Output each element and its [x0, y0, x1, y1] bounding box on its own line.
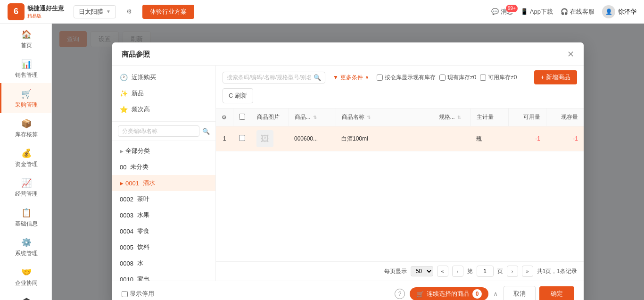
main-layout: 🏠 首页 📊 销售管理 🛒 采购管理 📦 库存核算 💰 资金管理 📈 经营管理 … [0, 24, 644, 300]
category-item-unclassified[interactable]: 00 未分类 [112, 159, 215, 175]
category-item-all[interactable]: ▶ 全部分类 [112, 143, 215, 159]
quick-item-new[interactable]: ✨ 新品 [112, 85, 215, 101]
left-panel: 🕐 近期购买 ✨ 新品 ⭐ 频次高 [112, 66, 216, 281]
next-page-button[interactable]: › [507, 266, 518, 277]
refresh-button[interactable]: C 刷新 [223, 88, 253, 103]
product-search-input[interactable] [227, 74, 312, 81]
category-search-icon[interactable]: 🔍 [202, 128, 210, 135]
sidebar: 🏠 首页 📊 销售管理 🛒 采购管理 📦 库存核算 💰 资金管理 📈 经营管理 … [0, 24, 52, 300]
th-code: 商品... ⇅ [289, 108, 336, 126]
cart-area[interactable]: 🛒 连续选择的商品 0 [410, 287, 488, 300]
cart-icon: 🛒 [416, 291, 424, 298]
header-right: 💬 消息 99+ 📱 App下载 🎧 在线客服 👤 徐泽华 [491, 5, 636, 18]
sort-icon-code: ⇅ [313, 115, 317, 120]
filter-icon: ▼ [333, 74, 339, 81]
footer-right: 取消 确定 [504, 286, 574, 300]
modal-close-button[interactable]: ✕ [567, 49, 574, 59]
first-page-button[interactable]: « [437, 266, 448, 277]
quick-item-recent[interactable]: 🕐 近期购买 [112, 69, 215, 85]
inventory-icon: 📦 [21, 118, 32, 129]
category-item-fruit[interactable]: 0003 水果 [112, 207, 215, 223]
app-download-item[interactable]: 📱 App下载 [520, 8, 553, 16]
table-header-row: ⚙ 商品图片 商品... ⇅ [216, 108, 584, 126]
cancel-button[interactable]: 取消 [504, 286, 536, 300]
page-number-input[interactable] [477, 266, 494, 277]
add-product-button[interactable]: + 新增商品 [534, 70, 577, 84]
page-size-label: 每页显示 [384, 267, 407, 275]
message-icon: 💬 [491, 8, 499, 15]
select-all-checkbox[interactable] [239, 114, 245, 120]
available-stock-checkbox[interactable]: 可用库存≠0 [480, 74, 517, 82]
logo-text: 畅捷通好生意 精易版 [27, 4, 64, 19]
category-item-tea[interactable]: 0002 茶叶 [112, 191, 215, 207]
home-icon: 🏠 [21, 29, 32, 40]
messages-item[interactable]: 💬 消息 99+ [491, 8, 513, 16]
filter-more-button[interactable]: ▼ 更多条件 ∧ [329, 72, 373, 83]
sidebar-item-guide[interactable]: 🎓 新手引导 [0, 291, 51, 300]
show-disabled-checkbox[interactable]: 显示停用 [122, 290, 154, 298]
sidebar-item-home[interactable]: 🏠 首页 [0, 24, 51, 53]
sales-icon: 📊 [21, 59, 32, 69]
category-search-row: 🔍 [112, 122, 215, 141]
finance-icon: 💰 [21, 148, 32, 158]
experience-button[interactable]: 体验行业方案 [142, 5, 194, 19]
th-spec: 规格... ⇅ [433, 108, 471, 126]
purchase-icon: 🛒 [21, 89, 32, 99]
logo-icon: 6 [8, 3, 25, 20]
modal-title: 商品参照 [122, 50, 150, 59]
page-label-end: 页 [497, 267, 503, 275]
total-info: 共1页，1条记录 [537, 267, 577, 275]
sidebar-item-inventory[interactable]: 📦 库存核算 [0, 113, 51, 142]
warehouse-stock-checkbox[interactable]: 按仓库显示现有库存 [377, 74, 436, 82]
modal-footer: 显示停用 ? 🛒 连续选择的商品 0 ∧ 取消 确定 [112, 281, 584, 300]
settings-icon[interactable]: ⚙ [122, 4, 137, 19]
nav-selector[interactable]: 日太阳膜 ▼ [74, 5, 116, 18]
row-checkbox[interactable] [239, 135, 245, 141]
td-stock: -1 [546, 126, 584, 151]
modal-overlay: 商品参照 ✕ 🕐 近期购买 ✨ 新 [52, 24, 644, 300]
last-page-button[interactable]: » [522, 266, 533, 277]
category-item-drink[interactable]: 0005 饮料 [112, 239, 215, 255]
collapse-up-button[interactable]: ∧ [493, 290, 498, 298]
product-reference-modal: 商品参照 ✕ 🕐 近期购买 ✨ 新 [112, 42, 584, 300]
sidebar-item-sales[interactable]: 📊 销售管理 [0, 53, 51, 83]
table-body: 1 🖼 [216, 126, 584, 151]
td-unit: 瓶 [471, 126, 508, 151]
online-service-item[interactable]: 🎧 在线客服 [561, 8, 594, 16]
page-size-select[interactable]: 50 [411, 266, 433, 276]
th-name: 商品名称 ⇅ [336, 108, 433, 126]
sidebar-item-system[interactable]: ⚙️ 系统管理 [0, 232, 51, 261]
sidebar-item-finance[interactable]: 💰 资金管理 [0, 142, 51, 172]
category-item-snack[interactable]: 0004 零食 [112, 223, 215, 239]
sort-icon-name: ⇅ [367, 115, 371, 120]
help-button[interactable]: ? [395, 289, 405, 299]
current-stock-checkbox[interactable]: 现有库存≠0 [439, 74, 476, 82]
th-stock: 现存量 [546, 108, 584, 126]
sidebar-item-corp[interactable]: 🤝 企业协同 [0, 261, 51, 291]
page-label: 第 [467, 267, 473, 275]
category-item-appliance[interactable]: 0010 家电 [112, 271, 215, 281]
footer-left: 显示停用 [122, 290, 154, 298]
sidebar-item-operation[interactable]: 📈 经营管理 [0, 172, 51, 202]
confirm-button[interactable]: 确定 [539, 286, 574, 300]
prev-page-button[interactable]: ‹ [452, 266, 463, 277]
category-search-input[interactable] [118, 125, 199, 137]
category-item-water[interactable]: 0008 水 [112, 255, 215, 271]
user-avatar-area[interactable]: 👤 徐泽华 [602, 5, 636, 18]
product-search-icon[interactable]: 🔍 [314, 74, 321, 81]
right-panel: 🔍 ▼ 更多条件 ∧ 按仓库显示现有库存 [216, 66, 584, 281]
td-image: 🖼 [251, 126, 289, 151]
product-image: 🖼 [256, 130, 273, 147]
footer-center: ? 🛒 连续选择的商品 0 ∧ [395, 287, 498, 300]
td-checkbox [233, 126, 251, 151]
sidebar-item-basic[interactable]: 📋 基础信息 [0, 202, 51, 232]
td-name: 白酒100ml [336, 126, 433, 151]
cart-count-badge: 0 [472, 289, 482, 299]
category-item-alcohol[interactable]: ▶ 0001 酒水 [112, 175, 215, 191]
sidebar-item-purchase[interactable]: 🛒 采购管理 [0, 83, 51, 113]
quick-item-frequent[interactable]: ⭐ 频次高 [112, 101, 215, 117]
table-row[interactable]: 1 🖼 [216, 126, 584, 151]
star-icon: ⭐ [120, 106, 128, 113]
td-available: -1 [508, 126, 546, 151]
system-icon: ⚙️ [21, 237, 32, 248]
